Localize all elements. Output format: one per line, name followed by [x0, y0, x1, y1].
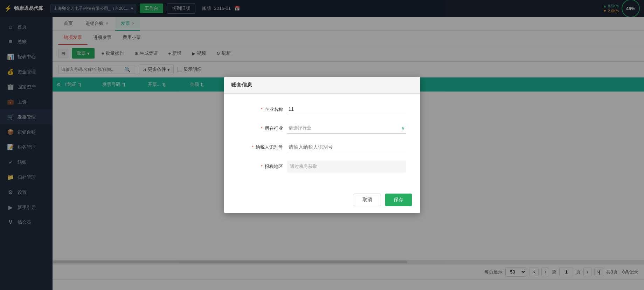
company-name-label: * 企业名称 [238, 106, 287, 113]
tax-region-readonly: 通过税号获取 [287, 161, 406, 173]
modal-overlay: 账套信息 * 企业名称 * 所在行业 请选择行业 ∨ [0, 0, 644, 290]
industry-placeholder: 请选择行业 [289, 125, 401, 131]
industry-select[interactable]: 请选择行业 ∨ [287, 123, 406, 134]
industry-label: * 所在行业 [238, 125, 287, 131]
industry-dropdown-icon: ∨ [401, 125, 405, 131]
save-button[interactable]: 保存 [385, 194, 412, 206]
modal-body: * 企业名称 * 所在行业 请选择行业 ∨ * [224, 94, 420, 188]
form-row-industry: * 所在行业 请选择行业 ∨ [238, 123, 406, 134]
modal-footer: 取消 保存 [224, 188, 420, 213]
tax-region-label: * 报税地区 [238, 163, 287, 170]
modal-account-info: 账套信息 * 企业名称 * 所在行业 请选择行业 ∨ [224, 77, 420, 213]
form-row-tax-region: * 报税地区 通过税号获取 [238, 161, 406, 173]
tax-id-input[interactable] [287, 142, 406, 152]
company-name-input[interactable] [287, 104, 406, 114]
form-row-company: * 企业名称 [238, 104, 406, 114]
tax-id-label: * 纳税人识别号 [238, 144, 287, 150]
form-row-tax-id: * 纳税人识别号 [238, 142, 406, 152]
modal-title: 账套信息 [224, 77, 420, 94]
cancel-button[interactable]: 取消 [354, 194, 381, 206]
